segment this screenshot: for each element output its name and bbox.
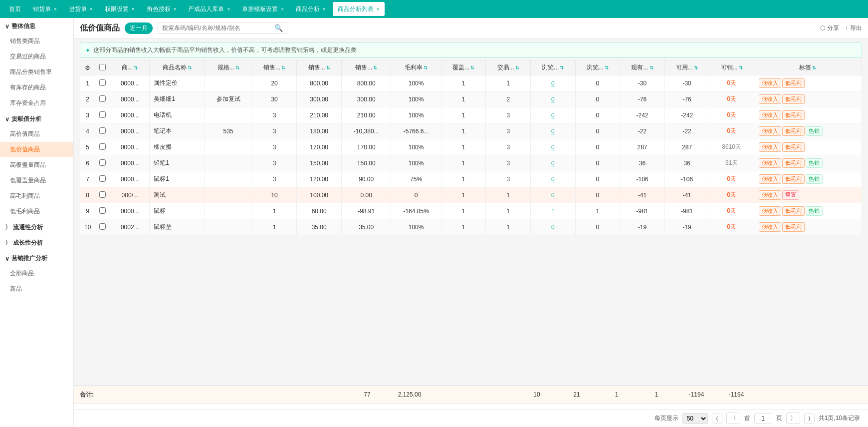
nav-close-sales[interactable]: × (54, 6, 57, 12)
nav-close-product-analysis-list[interactable]: × (377, 6, 380, 12)
row-checkbox[interactable] (99, 175, 106, 182)
nav-template[interactable]: 单据模板设置 × (237, 2, 289, 16)
sidebar-item-category-sales[interactable]: 商品分类销售率 (0, 64, 73, 80)
row-checkbox[interactable] (99, 79, 106, 86)
sidebar-item-sales-products[interactable]: 销售类商品 (0, 33, 73, 49)
row-gross: 100% (391, 219, 441, 235)
nav-close-permissions[interactable]: × (132, 6, 135, 12)
tag: 低收入 (759, 94, 781, 104)
row-qty: 1 (252, 219, 297, 235)
sidebar-item-stock-capital[interactable]: 库存资金占用 (0, 95, 73, 111)
last-page-button[interactable]: ⟩ (804, 414, 815, 424)
row-spec (205, 155, 252, 171)
row-checkbox[interactable] (99, 95, 106, 102)
browse-link[interactable]: 0 (551, 192, 555, 199)
sidebar-item-all-products[interactable]: 全部商品 (0, 266, 73, 281)
nav-close-template[interactable]: × (281, 6, 284, 12)
row-amount2: 170.00 (342, 139, 391, 155)
row-checkbox[interactable] (99, 191, 106, 198)
sidebar-group-overall[interactable]: ∨ 整体信息 (0, 18, 73, 33)
row-cover: 1 (441, 91, 486, 107)
row-trade: 1 (486, 219, 531, 235)
row-days: 0天 (709, 171, 754, 187)
sidebar-item-high-coverage[interactable]: 高覆盖量商品 (0, 157, 73, 173)
summary-label: 合计: (80, 391, 180, 399)
row-spec (205, 171, 252, 187)
row-name: 橡皮擦 (150, 139, 205, 155)
first-page-button[interactable]: ⟨ (712, 414, 722, 424)
sidebar-item-high-margin[interactable]: 高毛利商品 (0, 188, 73, 204)
tag: 热销 (806, 158, 823, 168)
share-button[interactable]: ⬡ 分享 (820, 24, 839, 32)
nav-product-analysis[interactable]: 商品分析 × (291, 2, 331, 16)
nav-close-production[interactable]: × (227, 6, 230, 12)
top-nav: 首页 销货单 × 进货单 × 权限设置 × 角色授权 × 产成品入库单 × 单据… (0, 0, 868, 18)
nav-roles[interactable]: 角色授权 × (142, 2, 182, 16)
row-cover: 1 (441, 139, 486, 155)
row-checkbox[interactable] (99, 111, 106, 118)
browse-link[interactable]: 0 (551, 128, 555, 135)
row-browse2: 0 (575, 139, 620, 155)
browse-link[interactable]: 0 (551, 80, 555, 87)
nav-home[interactable]: 首页 (4, 2, 26, 16)
page-input[interactable] (754, 414, 772, 424)
prev-page-button[interactable]: 〈 (726, 413, 740, 424)
select-all-checkbox[interactable] (99, 64, 106, 70)
horizontal-scrollbar[interactable] (74, 403, 868, 409)
row-no: 9 (80, 203, 95, 219)
tag: 低毛利 (782, 94, 805, 104)
row-stock2: -41 (664, 187, 709, 203)
row-days: 0天 (709, 203, 754, 219)
search-icon[interactable]: 🔍 (274, 24, 283, 32)
sidebar-item-traded-products[interactable]: 交易过的商品 (0, 49, 73, 64)
next-page-button[interactable]: 〉 (786, 413, 800, 424)
row-browse1: 1 (531, 203, 576, 219)
period-button[interactable]: 近一月 (125, 22, 153, 34)
browse-link[interactable]: 0 (551, 224, 555, 231)
nav-sales[interactable]: 销货单 × (28, 2, 62, 16)
sidebar-group-circulation[interactable]: 〉 流通性分析 (0, 219, 73, 235)
sidebar-item-low-margin[interactable]: 低毛利商品 (0, 204, 73, 219)
sidebar-item-low-coverage[interactable]: 低覆盖量商品 (0, 173, 73, 188)
th-settings[interactable]: ⚙ (80, 60, 95, 75)
sidebar-group-marketing[interactable]: ∨ 营销推广分析 (0, 250, 73, 266)
browse-link[interactable]: 0 (551, 144, 555, 151)
nav-close-purchase[interactable]: × (90, 6, 93, 12)
row-qty: 20 (252, 75, 297, 91)
row-checkbox[interactable] (99, 143, 106, 150)
sidebar-item-new-products[interactable]: 新品 (0, 281, 73, 297)
nav-permissions[interactable]: 权限设置 × (100, 2, 140, 16)
search-input[interactable] (162, 24, 271, 31)
page-size-select[interactable]: 50 100 200 (682, 413, 708, 424)
sidebar-group-contribution[interactable]: ∨ 贡献值分析 (0, 111, 73, 126)
row-checkbox[interactable] (99, 159, 106, 166)
browse-link[interactable]: 0 (551, 160, 555, 167)
row-checkbox[interactable] (99, 207, 106, 214)
sidebar-item-stock-products[interactable]: 有库存的商品 (0, 80, 73, 95)
export-button[interactable]: ↑ 导出 (845, 24, 862, 32)
summary-spacer5 (432, 391, 477, 398)
row-checkbox[interactable] (99, 223, 106, 230)
nav-purchase[interactable]: 进货单 × (64, 2, 98, 16)
browse-link[interactable]: 0 (551, 96, 555, 103)
tag: 低收入 (759, 158, 781, 168)
nav-product-analysis-list[interactable]: 商品分析列表 × (333, 2, 385, 16)
row-checkbox[interactable] (99, 127, 106, 134)
pagination: 每页显示 50 100 200 ⟨ 〈 首 页 〉 ⟩ 共1页,10条记录 (74, 409, 868, 427)
row-trade: 3 (486, 155, 531, 171)
th-stock3: 可销...⇅ (709, 60, 754, 75)
th-checkbox (95, 60, 110, 75)
row-stock2: -981 (664, 203, 709, 219)
browse-link[interactable]: 0 (551, 176, 555, 183)
settings-icon[interactable]: ⚙ (85, 64, 90, 71)
sidebar-item-high-value[interactable]: 高价值商品 (0, 126, 73, 142)
browse-link[interactable]: 1 (551, 208, 555, 215)
row-gross: 100% (391, 155, 441, 171)
nav-close-roles[interactable]: × (174, 6, 177, 12)
row-no: 8 (80, 187, 95, 203)
nav-close-product-analysis[interactable]: × (323, 6, 326, 12)
browse-link[interactable]: 0 (551, 112, 555, 119)
nav-production[interactable]: 产成品入库单 × (183, 2, 235, 16)
sidebar-group-growth[interactable]: 〉 成长性分析 (0, 235, 73, 250)
sidebar-item-low-value[interactable]: 低价值商品 (0, 142, 73, 157)
